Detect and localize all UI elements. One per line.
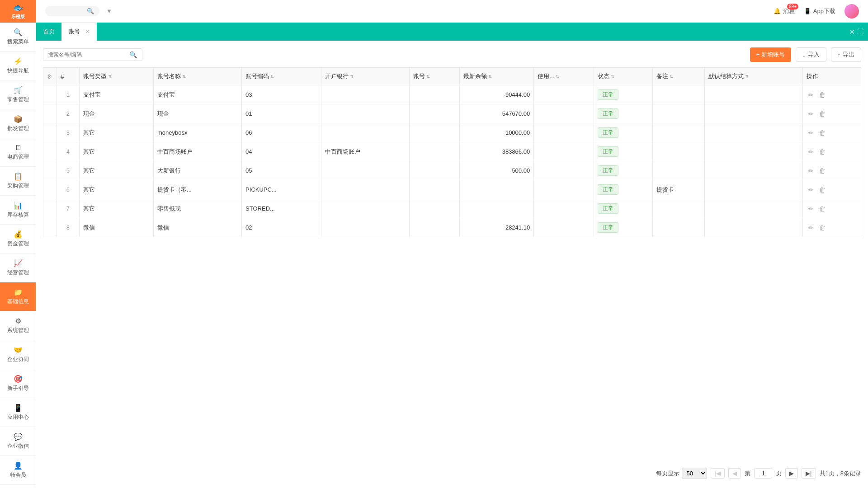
add-account-button[interactable]: + 新增账号 xyxy=(750,47,791,62)
delete-button[interactable]: 🗑 xyxy=(817,147,827,156)
row-account-type: 支付宝 xyxy=(79,85,153,104)
row-account-code: 04 xyxy=(242,142,321,161)
sidebar-item-basic-info[interactable]: 📁基础信息 xyxy=(0,282,36,311)
row-bank xyxy=(321,104,409,123)
search-box[interactable]: 🔍 xyxy=(43,48,142,61)
row-account-code: 01 xyxy=(242,104,321,123)
sidebar-item-quick-nav[interactable]: ⚡快捷导航 xyxy=(0,52,36,80)
row-account-type: 其它 xyxy=(79,180,153,199)
sidebar-item-ecommerce-mgmt[interactable]: 🖥电商管理 xyxy=(0,138,36,167)
sidebar-item-app-center[interactable]: 📱应用中心 xyxy=(0,398,36,427)
avatar[interactable] xyxy=(844,4,859,19)
page-number-input[interactable] xyxy=(754,468,772,479)
maximize-button[interactable]: ⛶ xyxy=(857,28,863,35)
sidebar-item-member[interactable]: 👤畅会员 xyxy=(0,456,36,485)
dropdown-icon[interactable]: ▼ xyxy=(106,8,112,14)
row-status: 正常 xyxy=(594,199,652,218)
topbar-search[interactable]: 🔍 xyxy=(45,6,99,16)
sidebar-label-member: 畅会员 xyxy=(10,471,26,479)
row-account-name: 大新银行 xyxy=(154,161,242,180)
row-bank xyxy=(321,85,409,104)
sidebar-item-finance-mgmt[interactable]: 💰资金管理 xyxy=(0,225,36,253)
th-status[interactable]: 状态⇅ xyxy=(594,68,652,85)
sidebar-item-enterprise-wechat[interactable]: 💬企业微信 xyxy=(0,427,36,456)
export-button[interactable]: ↑ 导出 xyxy=(831,47,862,62)
th-usage[interactable]: 使用...⇅ xyxy=(534,68,594,85)
delete-button[interactable]: 🗑 xyxy=(817,166,827,175)
th-account-type[interactable]: 账号类型⇅ xyxy=(79,68,153,85)
topbar-search-input[interactable] xyxy=(51,8,87,14)
edit-button[interactable]: ✏ xyxy=(807,223,816,232)
table-row: 6 其它 提货卡（零... PICKUPC... 正常 提货卡 ✏ 🗑 xyxy=(43,180,861,199)
topbar-right: 🔔 消息 99+ 📱 App下载 xyxy=(774,4,859,19)
notification-button[interactable]: 🔔 消息 99+ xyxy=(774,7,795,15)
sidebar-icon-retail-mgmt: 🛒 xyxy=(14,86,23,94)
sidebar-item-newbie-guide[interactable]: 🎯新手引导 xyxy=(0,369,36,398)
th-remark[interactable]: 备注⇅ xyxy=(652,68,704,85)
search-input[interactable] xyxy=(48,52,129,58)
delete-button[interactable]: 🗑 xyxy=(817,128,827,137)
th-bank[interactable]: 开户银行⇅ xyxy=(321,68,409,85)
delete-button[interactable]: 🗑 xyxy=(817,90,827,99)
row-num: 8 xyxy=(57,218,80,237)
accounts-table: ⚙ # 账号类型⇅ 账号名称⇅ 账号编码⇅ 开户银行⇅ 账号⇅ 最新余额⇅ 使用… xyxy=(43,67,861,237)
import-button[interactable]: ↓ 导入 xyxy=(796,47,826,62)
row-account-code: 06 xyxy=(242,123,321,142)
prev-page-button[interactable]: ◀ xyxy=(728,468,741,479)
tab-home[interactable]: 首页 xyxy=(36,23,61,41)
row-status: 正常 xyxy=(594,161,652,180)
sidebar-label-enterprise-agreement: 企业协同 xyxy=(7,356,29,363)
row-latest-balance: 547670.00 xyxy=(459,104,533,123)
edit-button[interactable]: ✏ xyxy=(807,128,816,137)
delete-button[interactable]: 🗑 xyxy=(817,204,827,213)
page-size-select[interactable]: 50 100 200 xyxy=(682,468,707,479)
row-settings xyxy=(43,123,57,142)
edit-button[interactable]: ✏ xyxy=(807,109,816,118)
sidebar-item-wholesale-mgmt[interactable]: 📦批发管理 xyxy=(0,109,36,138)
settings-icon[interactable]: ⚙ xyxy=(47,73,52,80)
first-page-button[interactable]: |◀ xyxy=(711,468,725,479)
row-remark xyxy=(652,199,704,218)
table-row: 3 其它 moneybosx 06 10000.00 正常 ✏ 🗑 xyxy=(43,123,861,142)
delete-button[interactable]: 🗑 xyxy=(817,223,827,232)
last-page-button[interactable]: ▶| xyxy=(802,468,816,479)
tab-account[interactable]: 账号✕ xyxy=(61,23,97,41)
th-settings[interactable]: ⚙ xyxy=(43,68,57,85)
row-status: 正常 xyxy=(594,123,652,142)
edit-button[interactable]: ✏ xyxy=(807,185,816,194)
edit-button[interactable]: ✏ xyxy=(807,147,816,156)
sidebar-item-retail-mgmt[interactable]: 🛒零售管理 xyxy=(0,80,36,109)
sidebar-item-inventory[interactable]: 📊库存核算 xyxy=(0,196,36,225)
delete-button[interactable]: 🗑 xyxy=(817,185,827,194)
row-status: 正常 xyxy=(594,180,652,199)
row-account-number xyxy=(410,180,460,199)
th-account-code[interactable]: 账号编码⇅ xyxy=(242,68,321,85)
th-latest-balance[interactable]: 最新余额⇅ xyxy=(459,68,533,85)
row-latest-balance xyxy=(459,199,533,218)
sidebar-icon-operation-mgmt: 📈 xyxy=(14,259,23,267)
edit-button[interactable]: ✏ xyxy=(807,166,816,175)
sidebar-item-search-menu[interactable]: 🔍搜索菜单 xyxy=(0,23,36,52)
row-account-type: 其它 xyxy=(79,142,153,161)
row-remark xyxy=(652,123,704,142)
edit-button[interactable]: ✏ xyxy=(807,90,816,99)
sidebar-item-purchase-mgmt[interactable]: 📋采购管理 xyxy=(0,167,36,196)
app-icon: 📱 xyxy=(804,8,811,14)
sidebar-item-enterprise-agreement[interactable]: 🤝企业协同 xyxy=(0,340,36,369)
delete-button[interactable]: 🗑 xyxy=(817,109,827,118)
tab-close-account[interactable]: ✕ xyxy=(85,28,90,35)
row-account-name: 零售抵现 xyxy=(154,199,242,218)
app-download-button[interactable]: 📱 App下载 xyxy=(804,7,835,15)
th-account-name[interactable]: 账号名称⇅ xyxy=(154,68,242,85)
th-account-number[interactable]: 账号⇅ xyxy=(410,68,460,85)
sidebar-item-system-mgmt[interactable]: ⚙系统管理 xyxy=(0,311,36,340)
edit-button[interactable]: ✏ xyxy=(807,204,816,213)
sidebar-item-operation-mgmt[interactable]: 📈经营管理 xyxy=(0,253,36,282)
row-default-settlement xyxy=(704,123,803,142)
sidebar-label-system-mgmt: 系统管理 xyxy=(7,327,29,334)
next-page-button[interactable]: ▶ xyxy=(785,468,798,479)
th-default-settlement[interactable]: 默认结算方式⇅ xyxy=(704,68,803,85)
close-tab-button[interactable]: ✕ xyxy=(849,28,855,36)
sidebar-label-purchase-mgmt: 采购管理 xyxy=(7,182,29,190)
status-badge: 正常 xyxy=(598,184,618,195)
